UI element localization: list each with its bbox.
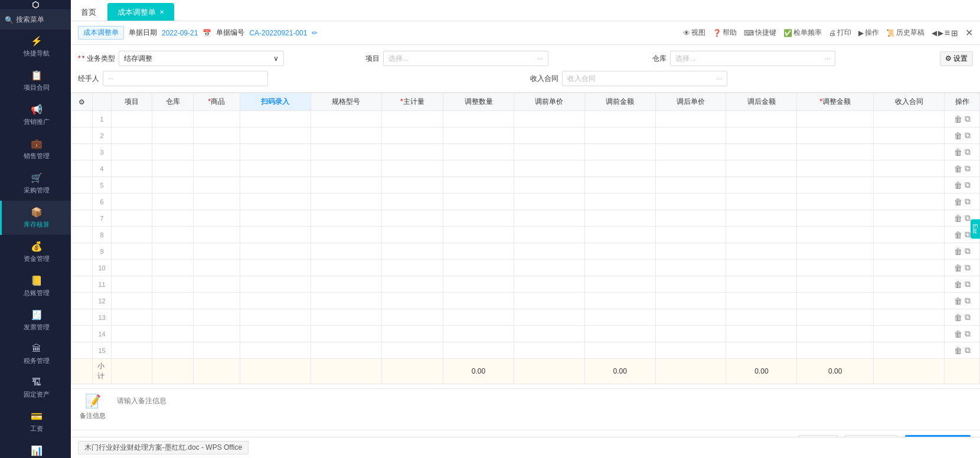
table-cell[interactable] — [443, 293, 514, 309]
table-cell[interactable] — [874, 144, 945, 161]
table-cell[interactable] — [311, 210, 381, 227]
table-cell[interactable] — [443, 243, 514, 260]
table-cell[interactable] — [381, 127, 443, 144]
table-cell[interactable] — [71, 161, 93, 177]
table-cell[interactable] — [112, 243, 152, 260]
table-cell[interactable] — [240, 111, 311, 127]
table-cell[interactable] — [381, 293, 443, 309]
table-cell[interactable] — [443, 276, 514, 293]
sidebar-search[interactable]: 🔍 搜索菜单 — [0, 10, 71, 30]
delete-row-icon[interactable]: 🗑 — [954, 230, 962, 240]
table-cell[interactable] — [514, 309, 584, 326]
table-cell[interactable] — [152, 243, 193, 260]
table-cell[interactable] — [874, 309, 945, 326]
project-input[interactable]: 选择... ··· — [383, 51, 548, 66]
table-cell[interactable] — [112, 127, 152, 144]
table-cell[interactable] — [381, 144, 443, 161]
table-cell[interactable] — [152, 177, 193, 194]
table-cell[interactable] — [584, 127, 655, 144]
table-cell[interactable] — [152, 210, 193, 227]
table-cell[interactable] — [112, 210, 152, 227]
table-cell[interactable] — [514, 161, 584, 177]
tab-home[interactable]: 首页 — [71, 3, 106, 21]
table-cell[interactable] — [152, 227, 193, 243]
table-cell[interactable] — [381, 309, 443, 326]
delete-row-icon[interactable]: 🗑 — [954, 280, 962, 289]
copy-row-icon[interactable]: ⧉ — [965, 180, 971, 190]
table-cell[interactable] — [874, 227, 945, 243]
table-cell[interactable] — [726, 309, 797, 326]
next-page-button[interactable]: ▶ — [938, 29, 943, 37]
table-cell[interactable] — [726, 177, 797, 194]
table-cell[interactable] — [797, 194, 874, 210]
table-cell[interactable] — [240, 227, 311, 243]
delete-row-icon[interactable]: 🗑 — [954, 313, 962, 322]
table-cell[interactable] — [726, 243, 797, 260]
table-cell[interactable] — [112, 260, 152, 276]
table-cell[interactable] — [311, 194, 381, 210]
copy-row-icon[interactable]: ⧉ — [965, 147, 971, 157]
table-cell[interactable] — [311, 177, 381, 194]
table-cell[interactable] — [514, 177, 584, 194]
table-cell[interactable] — [240, 260, 311, 276]
copy-row-icon[interactable]: ⧉ — [965, 197, 971, 207]
sidebar-item-tax-mgmt[interactable]: 🏛 税务管理 — [0, 338, 71, 371]
table-cell[interactable] — [152, 293, 193, 309]
sidebar-item-payroll[interactable]: 💳 工资 — [0, 405, 71, 439]
copy-row-icon[interactable]: ⧉ — [965, 296, 971, 306]
table-cell[interactable] — [584, 342, 655, 359]
table-cell[interactable] — [240, 342, 311, 359]
table-cell[interactable] — [381, 177, 443, 194]
table-cell[interactable] — [381, 260, 443, 276]
table-cell[interactable] — [193, 309, 240, 326]
table-cell[interactable] — [240, 144, 311, 161]
table-cell[interactable] — [797, 127, 874, 144]
table-cell[interactable] — [584, 194, 655, 210]
table-cell[interactable] — [443, 161, 514, 177]
table-cell[interactable] — [71, 260, 93, 276]
review-action[interactable]: ✅ 检单频率 — [783, 28, 822, 38]
table-cell[interactable] — [381, 210, 443, 227]
table-cell[interactable] — [381, 227, 443, 243]
table-cell[interactable] — [443, 342, 514, 359]
table-cell[interactable] — [71, 326, 93, 342]
table-cell[interactable] — [874, 111, 945, 127]
table-cell[interactable] — [726, 194, 797, 210]
table-cell[interactable] — [193, 243, 240, 260]
table-cell[interactable] — [152, 309, 193, 326]
table-cell[interactable] — [655, 161, 726, 177]
col-scan[interactable]: 扫码录入 — [240, 93, 311, 111]
table-cell[interactable] — [514, 227, 584, 243]
table-cell[interactable] — [381, 243, 443, 260]
table-cell[interactable] — [193, 342, 240, 359]
table-cell[interactable] — [381, 342, 443, 359]
taskbar-item[interactable]: 木门行业好业财处理方案-墨红红.doc - WPS Office — [78, 441, 249, 454]
table-cell[interactable] — [797, 342, 874, 359]
table-cell[interactable] — [152, 161, 193, 177]
table-cell[interactable] — [655, 177, 726, 194]
copy-row-icon[interactable]: ⧉ — [965, 213, 971, 223]
table-cell[interactable] — [240, 177, 311, 194]
table-cell[interactable] — [797, 144, 874, 161]
table-cell[interactable] — [193, 177, 240, 194]
list-view-button[interactable]: ≡ — [945, 28, 950, 38]
table-cell[interactable] — [874, 243, 945, 260]
operation-action[interactable]: ▶ 操作 — [858, 28, 879, 38]
table-cell[interactable] — [655, 210, 726, 227]
table-cell[interactable] — [584, 161, 655, 177]
table-cell[interactable] — [443, 127, 514, 144]
table-cell[interactable] — [193, 276, 240, 293]
table-cell[interactable] — [726, 326, 797, 342]
table-cell[interactable] — [311, 111, 381, 127]
table-cell[interactable] — [655, 260, 726, 276]
delete-row-icon[interactable]: 🗑 — [954, 247, 962, 256]
sidebar-item-quick-nav[interactable]: ⚡ 快捷导航 — [0, 30, 71, 64]
table-cell[interactable] — [152, 342, 193, 359]
print-action[interactable]: 🖨 打印 — [829, 28, 851, 38]
table-cell[interactable] — [112, 177, 152, 194]
delete-row-icon[interactable]: 🗑 — [954, 181, 962, 190]
table-cell[interactable] — [381, 111, 443, 127]
sidebar-item-sales-mgmt[interactable]: 💼 销售管理 — [0, 132, 71, 166]
sidebar-item-operation-mgmt[interactable]: 📊 经营管理 — [0, 439, 71, 458]
sidebar-item-inventory-calc[interactable]: 📦 库存核算 — [0, 201, 71, 235]
